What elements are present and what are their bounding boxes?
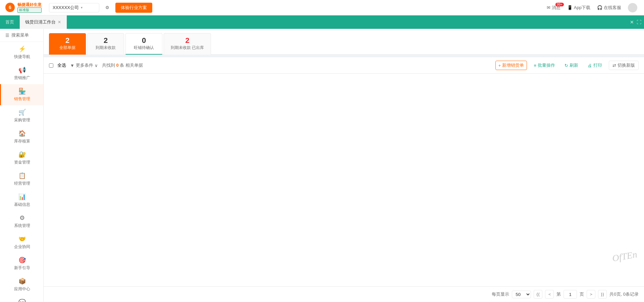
print-icon: 🖨 — [588, 63, 592, 68]
stats-tabs-row: 2 全部单据 2 到期未收款 0 旺铺待确认 2 到期未收款 已出库 — [49, 33, 639, 54]
print-button[interactable]: 🖨 打印 — [585, 61, 605, 70]
operations-icon: 📋 — [18, 172, 26, 179]
add-btn-label: 新增销货单 — [502, 62, 524, 68]
batch-operation-button[interactable]: ≡ 批量操作 — [531, 61, 558, 70]
stat-tab-shipped[interactable]: 2 到期未收款 已出库 — [164, 33, 211, 55]
stat-tab-overdue[interactable]: 2 到期未收款 — [87, 33, 124, 55]
online-service-item[interactable]: 🎧 在线客服 — [597, 5, 621, 11]
filter-button[interactable]: ▼ 更多条件 ∨ — [70, 62, 98, 68]
sidebar-item-purchase[interactable]: 🛒 采购管理 — [0, 105, 43, 126]
stat-tab-wangpu[interactable]: 0 旺铺待确认 — [125, 33, 162, 55]
sidebar-item-basic-info[interactable]: 📊 基础信息 — [0, 190, 43, 211]
tab-bar: 首页 钱货日清工作台 ✕ ✕ ⛶ — [0, 15, 644, 29]
found-count: 0 — [116, 63, 119, 68]
page-label-end: 页 — [580, 291, 584, 297]
toolbar-right: + 新增销货单 ≡ 批量操作 ↻ 刷新 🖨 打印 ⇄ 切换新版 — [495, 61, 639, 70]
per-page-select[interactable]: 50 20 100 — [512, 291, 531, 298]
stat-num-all: 2 — [65, 36, 69, 45]
stat-num-wangpu: 0 — [142, 36, 146, 45]
refresh-icon: ↻ — [565, 63, 568, 68]
per-page-label: 每页显示 — [492, 291, 509, 297]
logo-badge: 标准版 — [17, 7, 42, 13]
batch-label: 批量操作 — [538, 62, 555, 68]
sidebar-item-label: 销售管理 — [14, 96, 30, 102]
sidebar-item-marketing[interactable]: 📢 营销推广 — [0, 63, 43, 84]
tab-bar-actions: ✕ ⛶ — [630, 19, 644, 25]
sidebar-item-label: 系统管理 — [14, 223, 30, 229]
stat-label-shipped: 到期未收款 已出库 — [171, 45, 204, 51]
next-page-button[interactable]: ＞ — [587, 290, 595, 299]
sidebar-item-label: 库存核算 — [14, 138, 30, 144]
page-input[interactable] — [564, 290, 577, 299]
switch-version-button[interactable]: ⇄ 切换新版 — [609, 61, 639, 70]
online-service-label: 在线客服 — [604, 5, 621, 11]
stat-num-shipped: 2 — [185, 36, 190, 45]
system-icon: ⚙ — [19, 214, 25, 222]
toolbar: 全选 ▼ 更多条件 ∨ 共找到 0 条 相关单据 + 新增销货单 ≡ 批量操作 — [44, 57, 644, 74]
guide-icon: 🎯 — [18, 256, 26, 264]
search-menu[interactable]: ☰ 搜索菜单 — [0, 29, 43, 42]
company-selector[interactable]: XXXXXX公司 ▾ — [49, 3, 99, 12]
app-download-item[interactable]: 📱 App下载 — [567, 5, 590, 11]
select-all-checkbox[interactable] — [49, 63, 53, 68]
wechat-icon: 💬 — [18, 299, 26, 302]
tab-home[interactable]: 首页 — [0, 15, 20, 29]
print-label: 打印 — [593, 62, 602, 68]
app-download-icon: 📱 — [567, 5, 573, 10]
add-sales-order-button[interactable]: + 新增销货单 — [495, 61, 527, 70]
stat-num-overdue: 2 — [104, 36, 108, 45]
sidebar-item-system[interactable]: ⚙ 系统管理 — [0, 211, 43, 232]
refresh-label: 刷新 — [570, 62, 578, 68]
filter-label: 更多条件 — [76, 62, 93, 68]
dropdown-arrow-icon: ▾ — [81, 6, 83, 9]
trial-button[interactable]: 体验行业方案 — [115, 3, 152, 13]
avatar — [628, 3, 637, 12]
top-right-actions: ✉ 消息 99+ 📱 App下载 🎧 在线客服 — [547, 3, 639, 12]
headset-icon: 🎧 — [597, 5, 602, 10]
sidebar: ☰ 搜索菜单 ⚡ 快捷导航 📢 营销推广 🏪 销售管理 🛒 采购管理 🏠 库存核… — [0, 29, 44, 302]
filter-icon: ▼ — [70, 63, 74, 68]
tab-expand-icon[interactable]: ⛶ — [637, 19, 641, 25]
first-page-button[interactable]: ⟨⟨ — [534, 290, 542, 299]
content-area: 2 全部单据 2 到期未收款 0 旺铺待确认 2 到期未收款 已出库 — [44, 29, 644, 302]
plus-icon: + — [498, 63, 501, 68]
stat-tab-all[interactable]: 2 全部单据 — [49, 33, 86, 55]
sidebar-item-label: 采购管理 — [14, 117, 30, 123]
table-area — [44, 74, 644, 286]
refresh-button[interactable]: ↻ 刷新 — [562, 61, 581, 70]
company-name: XXXXXX公司 — [53, 5, 79, 11]
sidebar-item-finance[interactable]: 🔐 资金管理 — [0, 147, 43, 169]
marketing-icon: 📢 — [18, 66, 26, 74]
tab-close-all-icon[interactable]: ✕ — [630, 19, 634, 25]
sidebar-item-sales[interactable]: 🏪 销售管理 — [0, 84, 43, 105]
last-page-button[interactable]: ⟩⟩ — [598, 290, 607, 299]
sidebar-item-label: 营销推广 — [14, 75, 30, 81]
stat-label-all: 全部单据 — [59, 45, 75, 51]
sidebar-item-enterprise-collab[interactable]: 🤝 企业协同 — [0, 232, 43, 253]
stat-label-wangpu: 旺铺待确认 — [134, 45, 154, 51]
logo-main: 畅捷通好生意 — [17, 2, 42, 7]
sidebar-item-inventory[interactable]: 🏠 库存核算 — [0, 126, 43, 147]
sidebar-item-beginner-guide[interactable]: 🎯 新手引导 — [0, 253, 43, 274]
sidebar-item-app-center[interactable]: 📦 应用中心 — [0, 274, 43, 295]
enterprise-collab-icon: 🤝 — [18, 235, 26, 243]
sidebar-item-label: 快捷导航 — [14, 54, 30, 60]
settings-icon[interactable]: ⚙ — [102, 2, 113, 13]
tab-workbench[interactable]: 钱货日清工作台 ✕ — [20, 15, 67, 29]
basic-info-icon: 📊 — [18, 193, 26, 200]
sidebar-item-enterprise-wechat[interactable]: 💬 企业微信 — [0, 295, 43, 302]
sidebar-item-operations[interactable]: 📋 经营管理 — [0, 169, 43, 190]
prev-page-button[interactable]: ＜ — [545, 290, 554, 299]
user-avatar-area[interactable] — [628, 3, 639, 12]
batch-icon: ≡ — [534, 63, 536, 68]
message-icon: ✉ — [547, 5, 550, 10]
message-item[interactable]: ✉ 消息 99+ — [547, 5, 560, 11]
logo-text: 畅捷通好生意 标准版 — [17, 2, 42, 12]
found-text: 共找到 0 条 相关单据 — [102, 62, 143, 68]
total-info: 共0页, 0条记录 — [609, 291, 639, 297]
tab-close-icon[interactable]: ✕ — [58, 20, 61, 24]
switch-icon: ⇄ — [612, 63, 616, 68]
sidebar-item-quick-nav[interactable]: ⚡ 快捷导航 — [0, 42, 43, 63]
search-menu-label: 搜索菜单 — [11, 32, 29, 38]
app-center-icon: 📦 — [18, 278, 26, 285]
